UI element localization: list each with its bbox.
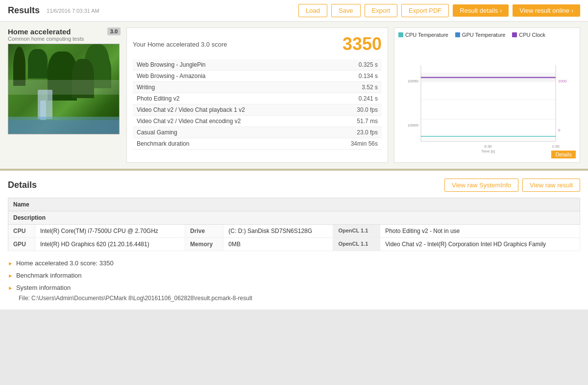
benchmark-row: Benchmark duration34min 56s [133, 138, 382, 150]
export-button[interactable]: Export [365, 4, 398, 17]
bench-name: Writing [133, 82, 319, 93]
gpu-label: GPU [8, 238, 35, 251]
cpu-clock-color [512, 32, 517, 37]
right-panel: CPU Temperature GPU Temperature CPU Cloc… [394, 27, 580, 163]
cpu-temp-color [398, 32, 403, 37]
benchmark-row: Video Chat v2 / Video Chat encoding v251… [133, 116, 382, 127]
svg-rect-16 [421, 73, 556, 82]
score-headline-text: Your Home accelerated 3.0 score [133, 41, 227, 48]
file-path: File: C:\Users\Admin\Documents\PCMark 8\… [19, 295, 580, 302]
description-header: Description [8, 211, 580, 225]
benchmark-row: Web Browsing - JunglePin0.325 s [133, 59, 382, 71]
cpu-label: CPU [8, 225, 35, 238]
details-section: Details View raw SystemInfo View raw res… [0, 171, 588, 309]
gpu-value: Intel(R) HD Graphics 620 (21.20.16.4481) [35, 238, 185, 251]
left-panel: Home accelerated Common home computing t… [8, 27, 121, 163]
details-actions: View raw SystemInfo View raw result [444, 179, 580, 192]
details-table: Name Description CPU Intel(R) Core(TM) i… [8, 198, 580, 251]
svg-text:2000: 2000 [558, 79, 567, 83]
score-number: 3350 [343, 34, 382, 54]
score-version-badge: 3.0 [107, 27, 121, 35]
svg-text:0:30: 0:30 [484, 144, 492, 149]
bench-value: 23.0 fps [319, 127, 382, 138]
main-top-section: Home accelerated Common home computing t… [0, 22, 588, 171]
page-title: Results [8, 5, 40, 16]
name-header: Name [8, 198, 580, 211]
results-date: 11/6/2016 7:03:31 AM [47, 8, 294, 14]
svg-text:10000: 10000 [408, 123, 419, 128]
drive-label: Drive [185, 225, 223, 238]
chart-details-button[interactable]: Details [551, 151, 576, 158]
legend-cpu-temp: CPU Temperature [398, 32, 448, 38]
svg-text:10050: 10050 [408, 79, 419, 83]
opencl-value-1: Photo Editing v2 - Not in use [380, 225, 580, 238]
details-title: Details [8, 180, 37, 190]
chart-svg: Temperature [A/C] 10050 10000 Frequency … [398, 41, 576, 158]
memory-value: 0MB [223, 238, 333, 251]
legend-gpu-temp: GPU Temperature [455, 32, 505, 38]
benchmark-row: Photo Editing v20.241 s [133, 93, 382, 104]
cpu-value: Intel(R) Core(TM) i7-7500U CPU @ 2.70GHz [35, 225, 185, 238]
score-header: Home accelerated Common home computing t… [8, 27, 121, 42]
bench-value: 3.52 s [319, 82, 382, 93]
expand-score-item[interactable]: ► Home accelerated 3.0 score: 3350 [8, 257, 580, 269]
bench-value: 34min 56s [319, 138, 382, 150]
chart-area: Temperature [A/C] 10050 10000 Frequency … [398, 41, 576, 158]
memory-label: Memory [185, 238, 223, 251]
export-pdf-button[interactable]: Export PDF [401, 4, 449, 17]
result-details-button[interactable]: Result details › [453, 4, 509, 17]
bench-name: Photo Editing v2 [133, 93, 319, 104]
bench-value: 0.325 s [319, 59, 382, 71]
drive-value: (C: D:) SanDisk SD7SN6S128G [223, 225, 333, 238]
bench-name: Web Browsing - Amazonia [133, 71, 319, 82]
expand-list: ► Home accelerated 3.0 score: 3350 ► Ben… [8, 257, 580, 294]
expand-system-item[interactable]: ► System information [8, 282, 580, 294]
table-row: CPU Intel(R) Core(TM) i7-7500U CPU @ 2.7… [8, 225, 580, 238]
bench-value: 0.241 s [319, 93, 382, 104]
save-button[interactable]: Save [331, 4, 361, 17]
benchmark-row: Casual Gaming23.0 fps [133, 127, 382, 138]
opencl-label-2: OpenCL 1.1 [333, 238, 380, 251]
bench-name: Video Chat v2 / Video Chat playback 1 v2 [133, 104, 319, 116]
chevron-right-icon: › [500, 7, 502, 14]
bench-name: Video Chat v2 / Video Chat encoding v2 [133, 116, 319, 127]
benchmark-row: Video Chat v2 / Video Chat playback 1 v2… [133, 104, 382, 116]
bench-name: Casual Gaming [133, 127, 319, 138]
benchmark-row: Writing3.52 s [133, 82, 382, 93]
load-button[interactable]: Load [298, 4, 327, 17]
expand-benchmark-label: Benchmark information [16, 272, 82, 279]
chart-legend: CPU Temperature GPU Temperature CPU Cloc… [398, 32, 576, 38]
bench-value: 0.134 s [319, 71, 382, 82]
view-result-button[interactable]: View raw result [522, 179, 580, 192]
table-row: GPU Intel(R) HD Graphics 620 (21.20.16.4… [8, 238, 580, 251]
bench-name: Benchmark duration [133, 138, 319, 150]
score-title: Home accelerated [8, 27, 84, 36]
score-subtitle: Common home computing tests [8, 36, 84, 42]
bench-value: 51.7 ms [319, 116, 382, 127]
score-headline: Your Home accelerated 3.0 score 3350 [133, 34, 382, 54]
top-bar: Results 11/6/2016 7:03:31 AM Load Save E… [0, 0, 588, 22]
view-sysinfo-button[interactable]: View raw SystemInfo [444, 179, 518, 192]
expand-arrow-icon: ► [8, 285, 13, 291]
expand-arrow-icon: ► [8, 260, 13, 266]
chevron-right-icon: › [571, 7, 573, 14]
expand-system-label: System information [16, 284, 71, 291]
opencl-label-1: OpenCL 1.1 [333, 225, 380, 238]
score-title-group: Home accelerated Common home computing t… [8, 27, 84, 42]
benchmark-row: Web Browsing - Amazonia0.134 s [133, 71, 382, 82]
bench-name: Web Browsing - JunglePin [133, 59, 319, 71]
center-panel: Your Home accelerated 3.0 score 3350 Web… [126, 27, 388, 163]
view-online-button[interactable]: View result online › [513, 4, 580, 17]
svg-text:Time [s]: Time [s] [481, 149, 495, 154]
opencl-value-2: Video Chat v2 - Intel(R) Corporation Int… [380, 238, 580, 251]
details-header: Details View raw SystemInfo View raw res… [8, 179, 580, 192]
legend-cpu-clock: CPU Clock [512, 32, 545, 38]
bench-value: 30.0 fps [319, 104, 382, 116]
expand-arrow-icon: ► [8, 273, 13, 279]
gpu-temp-color [455, 32, 460, 37]
expand-benchmark-item[interactable]: ► Benchmark information [8, 269, 580, 282]
expand-score-label: Home accelerated 3.0 score: 3350 [16, 259, 114, 267]
svg-text:0: 0 [558, 128, 561, 132]
benchmark-table: Web Browsing - JunglePin0.325 sWeb Brows… [133, 59, 382, 150]
svg-text:1:00: 1:00 [552, 144, 560, 149]
